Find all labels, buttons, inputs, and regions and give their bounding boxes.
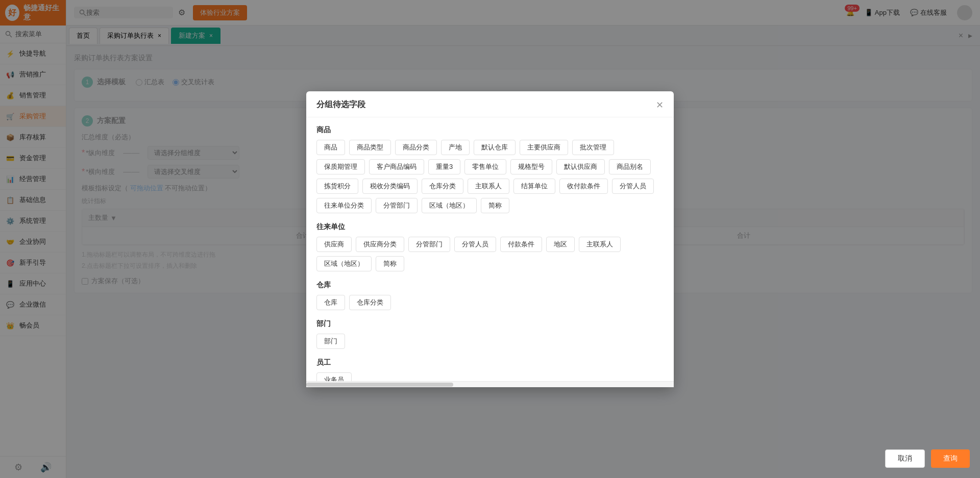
field-tag[interactable]: 商品类型 — [349, 140, 391, 155]
field-tags-employee: 业务员 — [316, 372, 664, 381]
modal-hscrollbar[interactable] — [306, 381, 674, 387]
modal-footer: 取消 查询 — [885, 449, 970, 468]
field-tag[interactable]: 供应商分类 — [356, 237, 404, 252]
field-tag[interactable]: 简称 — [481, 198, 509, 213]
field-tag[interactable]: 收付款条件 — [559, 179, 608, 194]
section-employee: 员工业务员 — [316, 358, 664, 381]
field-tag[interactable]: 仓库分类 — [349, 295, 391, 310]
field-tag[interactable]: 分管人员 — [454, 237, 496, 252]
field-tag[interactable]: 批次管理 — [572, 140, 614, 155]
field-tag[interactable]: 结算单位 — [513, 179, 555, 194]
modal-title: 分组待选字段 — [316, 99, 365, 110]
section-department: 部门部门 — [316, 319, 664, 349]
field-tag[interactable]: 商品分类 — [395, 140, 437, 155]
field-select-modal: 分组待选字段 ✕ 商品商品商品类型商品分类产地默认仓库主要供应商批次管理保质期管… — [306, 91, 674, 387]
field-tag[interactable]: 税收分类编码 — [362, 179, 418, 194]
field-tag[interactable]: 分管人员 — [612, 179, 654, 194]
field-tag[interactable]: 保质期管理 — [316, 159, 365, 174]
field-tag[interactable]: 拣货积分 — [316, 179, 358, 194]
field-tag[interactable]: 区域（地区） — [422, 198, 477, 213]
field-tag[interactable]: 默认仓库 — [474, 140, 516, 155]
section-title-partner: 往来单位 — [316, 222, 664, 232]
section-title-employee: 员工 — [316, 358, 664, 367]
section-warehouse: 仓库仓库仓库分类 — [316, 281, 664, 310]
field-tag[interactable]: 零售单位 — [464, 159, 506, 174]
modal-hscroll-thumb[interactable] — [306, 383, 453, 387]
field-tag[interactable]: 重量3 — [428, 159, 460, 174]
field-tag[interactable]: 部门 — [316, 334, 345, 349]
field-tag[interactable]: 供应商 — [316, 237, 352, 252]
field-tag[interactable]: 地区 — [546, 237, 575, 252]
cancel-button[interactable]: 取消 — [885, 449, 925, 468]
modal-body: 商品商品商品类型商品分类产地默认仓库主要供应商批次管理保质期管理客户商品编码重量… — [306, 117, 674, 381]
field-tag[interactable]: 主要供应商 — [520, 140, 568, 155]
field-tag[interactable]: 主联系人 — [468, 179, 509, 194]
field-tag[interactable]: 往来单位分类 — [316, 198, 372, 213]
field-tag[interactable]: 规格型号 — [510, 159, 552, 174]
field-tag[interactable]: 付款条件 — [500, 237, 542, 252]
section-title-department: 部门 — [316, 319, 664, 329]
field-tag[interactable]: 产地 — [441, 140, 470, 155]
field-tag[interactable]: 默认供应商 — [556, 159, 605, 174]
confirm-button[interactable]: 查询 — [931, 449, 970, 468]
field-tag[interactable]: 分管部门 — [376, 198, 418, 213]
field-tag[interactable]: 商品别名 — [609, 159, 651, 174]
section-title-warehouse: 仓库 — [316, 281, 664, 290]
field-tags-warehouse: 仓库仓库分类 — [316, 295, 664, 310]
field-tag[interactable]: 简称 — [376, 256, 404, 271]
field-tags-department: 部门 — [316, 334, 664, 349]
field-tag[interactable]: 主联系人 — [579, 237, 621, 252]
field-tags-partner: 供应商供应商分类分管部门分管人员付款条件地区主联系人区域（地区）简称 — [316, 237, 664, 271]
field-tag[interactable]: 客户商品编码 — [369, 159, 424, 174]
field-tag[interactable]: 仓库分类 — [422, 179, 463, 194]
section-title-goods: 商品 — [316, 125, 664, 135]
field-tags-goods: 商品商品类型商品分类产地默认仓库主要供应商批次管理保质期管理客户商品编码重量3零… — [316, 140, 664, 213]
section-partner: 往来单位供应商供应商分类分管部门分管人员付款条件地区主联系人区域（地区）简称 — [316, 222, 664, 271]
field-tag[interactable]: 区域（地区） — [316, 256, 372, 271]
modal-close-btn[interactable]: ✕ — [656, 99, 664, 111]
field-tag[interactable]: 商品 — [316, 140, 345, 155]
field-tag[interactable]: 业务员 — [316, 372, 352, 381]
modal-header: 分组待选字段 ✕ — [306, 91, 674, 117]
field-tag[interactable]: 分管部门 — [408, 237, 450, 252]
field-tag[interactable]: 仓库 — [316, 295, 345, 310]
section-goods: 商品商品商品类型商品分类产地默认仓库主要供应商批次管理保质期管理客户商品编码重量… — [316, 125, 664, 213]
